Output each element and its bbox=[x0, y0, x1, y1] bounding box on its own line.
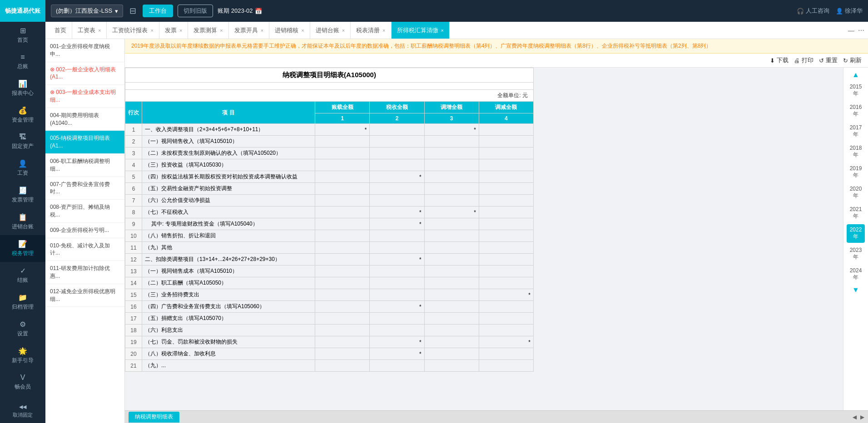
left-panel-item-001[interactable]: 001-企业所得税年度纳税申... bbox=[45, 39, 124, 62]
sidebar-item-invoices[interactable]: 🧾 发票管理 bbox=[0, 182, 45, 208]
year-2017[interactable]: 2017年 bbox=[847, 122, 865, 141]
tabbar: 首页 工资表 × 工资统计报表 × 发票 × 发票测算 × 发票开具 × 进销稽… bbox=[45, 22, 868, 39]
left-panel-item-004[interactable]: 004-期间费用明细表(A1040... bbox=[45, 108, 124, 131]
tab-payroll-stats[interactable]: 工资统计报表 × bbox=[107, 22, 159, 39]
workbench-button[interactable]: 工作台 bbox=[143, 5, 173, 17]
tab-check-close[interactable]: × bbox=[301, 28, 304, 33]
year-2024[interactable]: 2024年 bbox=[847, 265, 865, 284]
sidebar-item-settings[interactable]: ⚙ 设置 bbox=[0, 315, 45, 342]
invoice-icon: 🧾 bbox=[18, 186, 27, 195]
left-panel-item-008[interactable]: 008-资产折旧、摊销及纳税... bbox=[45, 200, 124, 223]
year-2021[interactable]: 2021年 bbox=[847, 204, 865, 222]
year-2022[interactable]: 2022年 bbox=[847, 224, 865, 243]
assets-icon: 🏗 bbox=[19, 133, 26, 141]
year-2023[interactable]: 2023年 bbox=[847, 245, 865, 263]
left-panel-item-007[interactable]: 007-广告费和业务宣传费时... bbox=[45, 177, 124, 200]
warning-text: 2019年度涉及取以前年度继续数据的申报表单元格需要手工维护正确，才能保证本年及… bbox=[131, 43, 711, 49]
tab-invoice[interactable]: 发票 × bbox=[159, 22, 188, 39]
close-period-icon: ✓ bbox=[20, 266, 26, 275]
tab-invoice-calc-close[interactable]: × bbox=[220, 28, 223, 33]
table-row: 8 （七）不征税收入 * * bbox=[125, 207, 534, 218]
tab-invoice-label: 发票 bbox=[165, 26, 177, 34]
tab-payroll-close[interactable]: × bbox=[98, 28, 101, 33]
tab-payroll-stats-label: 工资统计报表 bbox=[112, 26, 148, 34]
tab-more-icon[interactable]: ⋯ bbox=[858, 27, 864, 34]
year-up-button[interactable]: ▲ bbox=[852, 69, 859, 80]
sidebar-item-close[interactable]: ✓ 结账 bbox=[0, 262, 45, 289]
scroll-right-icon[interactable]: ▶ bbox=[860, 414, 864, 420]
tab-ledger-close[interactable]: × bbox=[342, 28, 345, 33]
tab-tax-settlement-close[interactable]: × bbox=[441, 28, 444, 33]
sheet-toolbar: ⬇ 下载 🖨 打印 ↺ 重置 ↻ 刷新 bbox=[125, 54, 868, 68]
year-2018[interactable]: 2018年 bbox=[847, 143, 865, 161]
table-row-empty1 bbox=[125, 83, 534, 90]
sidebar-item-general-ledger[interactable]: ≡ 总账 bbox=[0, 49, 45, 75]
ledger-icon: ≡ bbox=[20, 53, 25, 61]
tab-payroll[interactable]: 工资表 × bbox=[72, 22, 107, 39]
tab-tax-list[interactable]: 税表清册 × bbox=[351, 22, 391, 39]
left-panel-item-002[interactable]: ⊗ 002-一般企业收入明细表(A1... bbox=[45, 62, 124, 85]
left-panel-item-006[interactable]: 006-职工薪酬纳税调整明细... bbox=[45, 154, 124, 177]
sidebar-item-guide[interactable]: 🌟 新手引导 bbox=[0, 342, 45, 369]
sidebar-item-home[interactable]: ⊞ 首页 bbox=[0, 22, 45, 49]
scroll-left-icon[interactable]: ◀ bbox=[853, 414, 857, 420]
year-2020[interactable]: 2020年 bbox=[847, 183, 865, 202]
company-settings-icon[interactable]: ⊟ bbox=[128, 4, 138, 18]
sidebar-item-tax[interactable]: 📝 税务管理 bbox=[0, 235, 45, 262]
tab-home[interactable]: 首页 bbox=[49, 22, 72, 39]
sidebar-item-reports[interactable]: 📊 报表中心 bbox=[0, 75, 45, 102]
print-button[interactable]: 🖨 打印 bbox=[794, 56, 813, 64]
tabbar-actions: — ⋯ bbox=[848, 27, 868, 34]
unit-label: 全额单位: 元 bbox=[125, 90, 534, 102]
reset-button[interactable]: ↺ 重置 bbox=[819, 56, 838, 64]
year-2016[interactable]: 2016年 bbox=[847, 102, 865, 120]
year-2019[interactable]: 2019年 bbox=[847, 163, 865, 182]
left-panel-item-003[interactable]: ⊗ 003-一般企业成本支出明细... bbox=[45, 85, 124, 108]
sidebar-item-purchase-sales[interactable]: 📋 进销台账 bbox=[0, 208, 45, 235]
sidebar-item-member[interactable]: V 畅会员 bbox=[0, 369, 45, 395]
tab-minimize-icon[interactable]: — bbox=[848, 27, 854, 34]
company-selector[interactable]: (勿删）江西股金-LSS ▾ bbox=[51, 5, 123, 17]
error-icon: ⊗ bbox=[50, 89, 56, 95]
left-panel-item-011[interactable]: 011-研发费用加计扣除优惠... bbox=[45, 261, 124, 284]
tab-invoice-issue-close[interactable]: × bbox=[261, 28, 263, 33]
col4-num: 4 bbox=[479, 113, 533, 124]
reports-icon: 📊 bbox=[18, 79, 27, 88]
spreadsheet-main[interactable]: 纳税调整项目明细表(A105000) 全额单位: 元 行次 bbox=[125, 68, 843, 410]
home-icon: ⊞ bbox=[20, 26, 26, 35]
tab-tax-settlement[interactable]: 所得税汇算清缴 × bbox=[392, 22, 450, 39]
tax-icon: 📝 bbox=[18, 240, 27, 248]
sidebar-item-archive[interactable]: 📁 归档管理 bbox=[0, 289, 45, 315]
left-panel-item-010[interactable]: 010-免税、减计收入及加计... bbox=[45, 238, 124, 261]
year-2015[interactable]: 2015年 bbox=[847, 81, 865, 100]
support-button[interactable]: 🎧 人工咨询 bbox=[797, 7, 829, 15]
sidebar-item-fixed-assets[interactable]: 🏗 固定资产 bbox=[0, 128, 45, 155]
tab-invoice-close[interactable]: × bbox=[179, 28, 182, 33]
finance-icon: 💰 bbox=[18, 106, 27, 115]
member-icon: V bbox=[20, 374, 25, 382]
period-label: 账期 2023-02 bbox=[218, 7, 253, 15]
left-panel-item-005[interactable]: 005-纳税调整项目明细表(A1... bbox=[45, 131, 124, 154]
user-menu[interactable]: 👤 徐泽华 bbox=[836, 7, 863, 15]
tab-ledger[interactable]: 进销台账 × bbox=[310, 22, 351, 39]
topbar-right: 🎧 人工咨询 👤 徐泽华 bbox=[797, 7, 863, 15]
bottom-tab-adjustment[interactable]: 纳税调整明细表 bbox=[129, 412, 179, 423]
year-down-button[interactable]: ▼ bbox=[852, 285, 859, 295]
col2-num: 2 bbox=[370, 113, 424, 124]
left-panel-item-009[interactable]: 009-企业所得税补亏明... bbox=[45, 223, 124, 238]
sidebar-item-payroll[interactable]: 👤 工资 bbox=[0, 155, 45, 182]
refresh-icon: ↻ bbox=[843, 57, 848, 64]
sidebar-unpin-button[interactable]: ◀◀ 取消固定 bbox=[0, 399, 45, 423]
tab-invoice-calc[interactable]: 发票测算 × bbox=[188, 22, 228, 39]
download-button[interactable]: ⬇ 下载 bbox=[770, 56, 789, 64]
refresh-button[interactable]: ↻ 刷新 bbox=[843, 56, 862, 64]
sidebar-item-finance[interactable]: 💰 资金管理 bbox=[0, 102, 45, 128]
tab-payroll-stats-close[interactable]: × bbox=[150, 28, 153, 33]
table-unit-row: 全额单位: 元 bbox=[125, 90, 534, 102]
reset-icon: ↺ bbox=[819, 57, 824, 64]
tab-check[interactable]: 进销稽核 × bbox=[269, 22, 310, 39]
tab-tax-list-close[interactable]: × bbox=[382, 28, 385, 33]
left-panel-item-012[interactable]: 012-减免企业所得税优惠明细... bbox=[45, 284, 124, 307]
tab-invoice-issue[interactable]: 发票开具 × bbox=[229, 22, 269, 39]
switch-old-button[interactable]: 切到旧版 bbox=[178, 5, 213, 17]
